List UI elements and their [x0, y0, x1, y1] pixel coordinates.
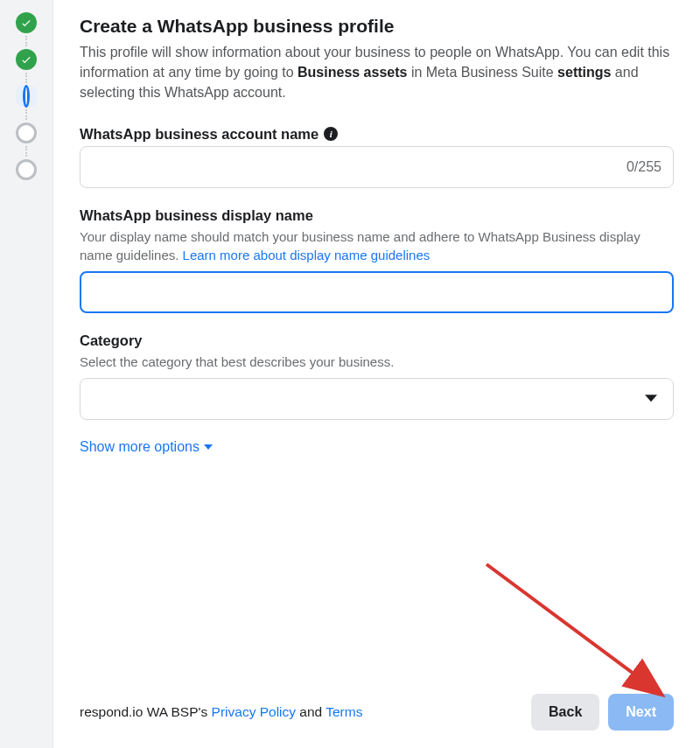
display-name-help: Your display name should match your busi…: [80, 227, 674, 264]
next-button[interactable]: Next: [608, 694, 674, 731]
legal-text: respond.io WA BSP's Privacy Policy and T…: [80, 704, 362, 720]
back-button[interactable]: Back: [531, 694, 599, 731]
category-help: Select the category that best describes …: [80, 353, 674, 371]
account-name-field: WhatsApp business account name i 0/255: [80, 126, 674, 188]
page-title: Create a WhatsApp business profile: [80, 16, 674, 37]
category-label: Category: [80, 332, 143, 349]
step-5-pending: [16, 159, 37, 180]
display-name-field: WhatsApp business display name Your disp…: [80, 207, 674, 313]
privacy-policy-link[interactable]: Privacy Policy: [212, 704, 296, 719]
terms-link[interactable]: Terms: [326, 704, 362, 719]
check-icon: [20, 53, 32, 66]
step-3-current: [16, 86, 37, 107]
chevron-down-icon: [204, 444, 213, 450]
wizard-stepper: [0, 0, 52, 748]
account-name-label: WhatsApp business account name: [80, 126, 318, 143]
display-name-input[interactable]: [80, 271, 674, 313]
step-connector: [25, 73, 27, 83]
chevron-down-icon: [645, 395, 657, 402]
category-select[interactable]: [80, 378, 674, 420]
info-icon[interactable]: i: [324, 127, 338, 141]
account-name-input[interactable]: [80, 146, 674, 188]
step-current-ring-icon: [23, 85, 30, 108]
main-panel: Create a WhatsApp business profile This …: [52, 0, 700, 748]
step-connector: [25, 36, 27, 46]
step-connector: [25, 109, 27, 120]
display-name-guidelines-link[interactable]: Learn more about display name guidelines: [183, 248, 430, 262]
step-2-complete: [16, 49, 37, 70]
footer: respond.io WA BSP's Privacy Policy and T…: [80, 676, 674, 731]
display-name-label: WhatsApp business display name: [80, 207, 313, 224]
step-connector: [25, 146, 27, 157]
step-1-complete: [16, 12, 37, 33]
page-subtitle: This profile will show information about…: [80, 42, 674, 103]
svg-line-1: [486, 564, 657, 691]
show-more-options-toggle[interactable]: Show more options: [80, 439, 674, 455]
check-icon: [20, 17, 32, 29]
category-field: Category Select the category that best d…: [80, 332, 674, 420]
step-4-pending: [16, 122, 37, 143]
